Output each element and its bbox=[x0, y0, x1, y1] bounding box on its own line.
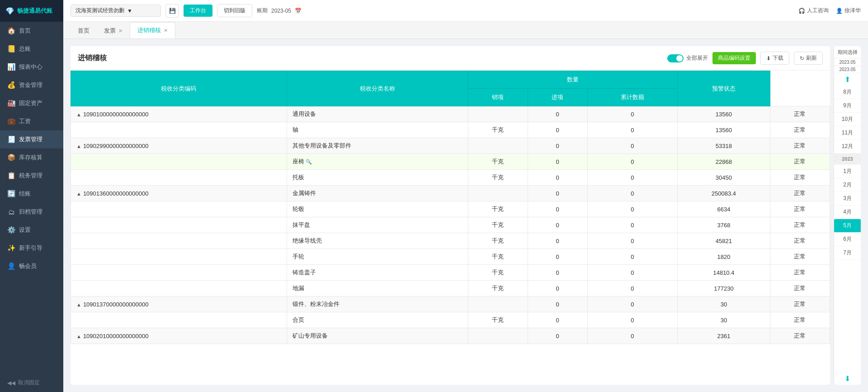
month-item[interactable]: 12月 bbox=[834, 140, 861, 153]
page-content: 进销稽核 全部展开 商品编码设置 ⬇ 下载 ↻ 刷新 bbox=[63, 39, 868, 392]
cell-status: 正常 bbox=[770, 106, 830, 122]
sidebar-item-stock[interactable]: 📦 库存核算 bbox=[0, 148, 63, 167]
download-button[interactable]: ⬇ 下载 bbox=[760, 52, 789, 65]
sidebar-label-assets: 固定资产 bbox=[19, 99, 42, 107]
refresh-button[interactable]: ↻ 刷新 bbox=[794, 52, 823, 65]
cell-name: 其他专用设备及零部件 bbox=[287, 138, 468, 154]
cell-purchase: 0 bbox=[587, 312, 677, 328]
sidebar-item-ledger[interactable]: 📒 总账 bbox=[0, 40, 63, 58]
sidebar-item-tax[interactable]: 📋 税务管理 bbox=[0, 167, 63, 185]
cell-unit bbox=[468, 138, 528, 154]
cell-unit: 千克 bbox=[468, 170, 528, 186]
period-value: 2023-05 bbox=[271, 8, 291, 14]
up-arrow-button[interactable]: ⬆ bbox=[834, 73, 861, 86]
cell-sale: 0 bbox=[528, 312, 587, 328]
month-item[interactable]: 5月 bbox=[834, 219, 861, 233]
cell-sale: 0 bbox=[528, 170, 587, 186]
home-icon: 🏠 bbox=[7, 27, 15, 35]
tab-reconcile[interactable]: 进销稽核 ✕ bbox=[130, 22, 175, 38]
table-row: 轴千克0013560正常 bbox=[71, 122, 830, 138]
cell-name: 矿山专用设备 bbox=[287, 328, 468, 344]
cell-total: 2361 bbox=[677, 328, 770, 344]
month-item[interactable]: 10月 bbox=[834, 113, 861, 126]
tab-reconcile-close[interactable]: ✕ bbox=[164, 28, 168, 33]
cell-status: 正常 bbox=[770, 312, 830, 328]
cell-sale: 0 bbox=[528, 106, 587, 122]
cell-name: 金属铸件 bbox=[287, 186, 468, 201]
tab-invoice-label: 发票 bbox=[104, 27, 116, 35]
col-header-quantity: 数量 bbox=[468, 71, 677, 89]
cell-total: 13560 bbox=[677, 106, 770, 122]
cell-total: 1820 bbox=[677, 249, 770, 265]
company-name: 沈海英测试经营勿删 bbox=[75, 7, 124, 14]
month-item[interactable]: 9月 bbox=[834, 99, 861, 113]
month-item[interactable]: 4月 bbox=[834, 206, 861, 219]
save-button[interactable]: 💾 bbox=[165, 4, 179, 18]
cell-status: 正常 bbox=[770, 154, 830, 170]
right-panel: 期间选择 2023.05 2023.05 ⬆ 8月9月10月11月12月2023… bbox=[834, 46, 861, 385]
sidebar-item-assets[interactable]: 🏭 固定资产 bbox=[0, 94, 63, 112]
down-arrow-button[interactable]: ⬇ bbox=[834, 373, 861, 385]
table-row: 座椅 🔍千克0022868正常 bbox=[71, 154, 830, 170]
month-item[interactable]: 2月 bbox=[834, 178, 861, 192]
toggle-all-control[interactable]: 全部展开 bbox=[667, 54, 708, 62]
sidebar-item-salary[interactable]: 💼 工资 bbox=[0, 112, 63, 130]
cell-total: 13560 bbox=[677, 122, 770, 138]
col-header-purchase: 进项 bbox=[528, 89, 587, 106]
tab-home[interactable]: 首页 bbox=[71, 23, 97, 38]
sidebar-item-fund[interactable]: 💰 资金管理 bbox=[0, 76, 63, 94]
logo-text: 畅捷通易代账 bbox=[17, 7, 52, 15]
month-item[interactable]: 6月 bbox=[834, 233, 861, 246]
sidebar-item-settings[interactable]: ⚙️ 设置 bbox=[0, 221, 63, 239]
period-label: 账期 bbox=[257, 7, 268, 14]
headset-icon: 🎧 bbox=[798, 8, 805, 14]
tab-invoice-close[interactable]: ✕ bbox=[118, 28, 123, 34]
workspace-button[interactable]: 工作台 bbox=[184, 5, 212, 17]
sidebar-label-member: 畅会员 bbox=[19, 262, 37, 270]
expand-icon[interactable]: ▲ bbox=[76, 334, 81, 339]
cell-status: 正常 bbox=[770, 328, 830, 344]
sidebar-item-settle[interactable]: 🔄 结账 bbox=[0, 185, 63, 203]
sidebar-item-home[interactable]: 🏠 首页 bbox=[0, 22, 63, 40]
user-menu[interactable]: 👤 徐泽华 bbox=[836, 7, 861, 14]
sidebar-label-guide: 新手引导 bbox=[19, 244, 42, 252]
tax-icon: 📋 bbox=[7, 172, 15, 180]
sidebar-item-invoice[interactable]: 🧾 发票管理 bbox=[0, 130, 63, 148]
search-icon[interactable]: 🔍 bbox=[306, 159, 312, 164]
sidebar-footer-pin[interactable]: ◀◀ 取消固定 bbox=[0, 373, 63, 392]
refresh-label: 刷新 bbox=[806, 54, 817, 62]
cell-name: 抹平盘 bbox=[287, 217, 468, 233]
month-item[interactable]: 7月 bbox=[834, 246, 861, 260]
expand-icon[interactable]: ▲ bbox=[76, 191, 81, 196]
month-item[interactable]: 1月 bbox=[834, 165, 861, 178]
month-item[interactable]: 3月 bbox=[834, 192, 861, 206]
sidebar-label-archive: 归档管理 bbox=[19, 208, 42, 216]
sidebar-label-report: 报表中心 bbox=[19, 63, 42, 71]
service-button[interactable]: 🎧 人工咨询 bbox=[798, 7, 829, 14]
cell-total: 30 bbox=[677, 296, 770, 312]
sidebar-item-guide[interactable]: ✨ 新手引导 bbox=[0, 239, 63, 257]
sidebar: 💎 畅捷通易代账 🏠 首页 📒 总账 📊 报表中心 💰 资金管理 🏭 固定资产 … bbox=[0, 0, 63, 392]
sidebar-item-member[interactable]: 👤 畅会员 bbox=[0, 257, 63, 275]
company-selector[interactable]: 沈海英测试经营勿删 ▼ bbox=[71, 5, 161, 17]
toggle-all-label: 全部展开 bbox=[686, 54, 708, 62]
sidebar-label-salary: 工资 bbox=[19, 117, 31, 125]
cell-sale: 0 bbox=[528, 217, 587, 233]
expand-icon[interactable]: ▲ bbox=[76, 112, 81, 117]
product-code-button[interactable]: 商品编码设置 bbox=[712, 52, 756, 64]
calendar-icon[interactable]: 📅 bbox=[295, 8, 302, 14]
cell-status: 正常 bbox=[770, 170, 830, 186]
expand-icon[interactable]: ▲ bbox=[76, 302, 81, 307]
expand-icon[interactable]: ▲ bbox=[76, 143, 81, 149]
month-item[interactable]: 11月 bbox=[834, 126, 861, 140]
month-item[interactable]: 8月 bbox=[834, 86, 861, 99]
sidebar-item-report[interactable]: 📊 报表中心 bbox=[0, 58, 63, 76]
tab-invoice[interactable]: 发票 ✕ bbox=[97, 23, 130, 38]
cell-total: 30450 bbox=[677, 170, 770, 186]
sidebar-item-archive[interactable]: 🗂 归档管理 bbox=[0, 203, 63, 221]
cell-purchase: 0 bbox=[587, 249, 677, 265]
tabs-bar: 首页 发票 ✕ 进销稽核 ✕ bbox=[63, 22, 868, 39]
settle-icon: 🔄 bbox=[7, 190, 15, 198]
toggle-switch[interactable] bbox=[667, 54, 684, 62]
old-version-button[interactable]: 切到旧版 bbox=[217, 4, 252, 17]
